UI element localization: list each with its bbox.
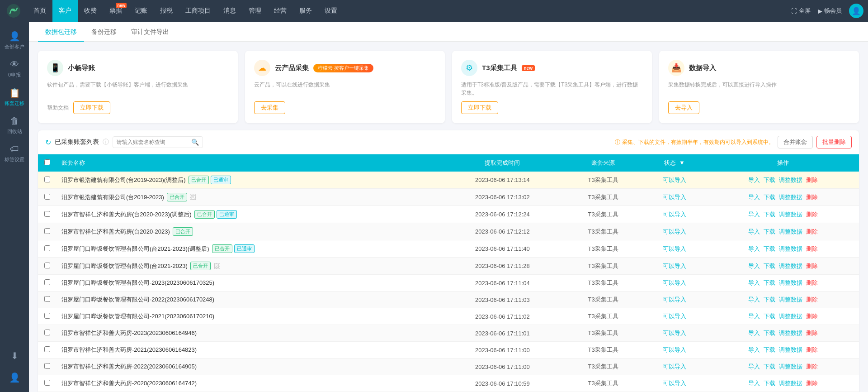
adjust-data-action[interactable]: 调整数据 [779,279,802,287]
delete-action[interactable]: 删除 [806,176,818,184]
import-action[interactable]: 导入 [748,176,760,184]
row-checkbox[interactable] [44,346,50,352]
import-action[interactable]: 导入 [748,363,760,371]
tab-backup-migrate[interactable]: 备份迁移 [84,24,124,42]
import-action[interactable]: 导入 [748,296,760,304]
member-button[interactable]: ▶ 畅会员 [818,7,842,15]
cloud-collect-button[interactable]: 去采集 [254,101,285,114]
nav-manage[interactable]: 管理 [242,0,268,22]
table-info-icon[interactable]: ⓘ [103,138,109,146]
adjust-data-action[interactable]: 调整数据 [779,176,802,184]
search-icon[interactable]: 🔍 [191,139,199,146]
import-action[interactable]: 导入 [748,329,760,337]
select-all-checkbox[interactable] [44,159,50,165]
row-checkbox[interactable] [44,279,50,285]
row-checkbox[interactable] [44,313,50,319]
adjust-data-action[interactable]: 调整数据 [779,312,802,320]
nav-operation[interactable]: 经营 [268,0,293,22]
download-action[interactable]: 下载 [764,363,775,371]
import-action[interactable]: 导入 [748,346,760,354]
app-logo[interactable] [5,2,23,20]
row-checkbox[interactable] [44,245,50,251]
download-action[interactable]: 下载 [764,228,775,236]
tab-data-migrate[interactable]: 数据包迁移 [38,24,84,42]
tab-audit-export[interactable]: 审计文件导出 [124,24,176,42]
adjust-data-action[interactable]: 调整数据 [779,228,802,236]
nav-tax[interactable]: 报税 [154,0,179,22]
sidebar-item-label-settings[interactable]: 🏷 标签设置 [0,139,29,167]
nav-message[interactable]: 消息 [217,0,242,22]
row-checkbox[interactable] [44,228,50,234]
adjust-data-action[interactable]: 调整数据 [779,346,802,354]
download-action[interactable]: 下载 [764,279,775,287]
delete-action[interactable]: 删除 [806,346,818,354]
download-action[interactable]: 下载 [764,193,775,201]
delete-action[interactable]: 删除 [806,379,818,387]
delete-action[interactable]: 删除 [806,210,818,219]
delete-action[interactable]: 删除 [806,262,818,270]
delete-action[interactable]: 删除 [806,363,818,371]
refresh-icon[interactable]: ↻ [45,138,51,147]
sidebar-item-account-migrate[interactable]: 📋 账套迁移 [0,83,29,111]
row-checkbox[interactable] [44,263,50,268]
delete-action[interactable]: 删除 [806,329,818,337]
adjust-data-action[interactable]: 调整数据 [779,193,802,201]
sidebar-item-zero-report[interactable]: 👁 0申报 [0,55,29,83]
sidebar-item-download[interactable]: ⬇ [0,346,29,366]
delete-action[interactable]: 删除 [806,296,818,304]
nav-fee[interactable]: 收费 [78,0,103,22]
nav-service[interactable]: 服务 [293,0,318,22]
row-checkbox[interactable] [44,296,50,302]
merge-account-button[interactable]: 合并账套 [778,136,813,148]
delete-action[interactable]: 删除 [806,193,818,201]
download-action[interactable]: 下载 [764,379,775,387]
t3-download-button[interactable]: 立即下载 [461,101,498,114]
import-action[interactable]: 导入 [748,312,760,320]
download-action[interactable]: 下载 [764,245,775,253]
import-action[interactable]: 导入 [748,210,760,219]
nav-home[interactable]: 首页 [27,0,52,22]
nav-settings[interactable]: 设置 [318,0,344,22]
search-input[interactable] [117,139,189,145]
nav-bizproject[interactable]: 工商项目 [179,0,217,22]
sidebar-item-user[interactable]: 👤 [0,368,29,387]
row-checkbox[interactable] [44,380,50,386]
adjust-data-action[interactable]: 调整数据 [779,262,802,270]
help-doc-link[interactable]: 帮助文档 [47,104,69,112]
adjust-data-action[interactable]: 调整数据 [779,329,802,337]
row-checkbox[interactable] [44,330,50,335]
import-action[interactable]: 导入 [748,193,760,201]
sidebar-item-recycle[interactable]: 🗑 回收站 [0,111,29,139]
download-action[interactable]: 下载 [764,329,775,337]
download-action[interactable]: 下载 [764,176,775,184]
delete-action[interactable]: 删除 [806,228,818,236]
batch-delete-button[interactable]: 批量删除 [816,136,852,148]
delete-action[interactable]: 删除 [806,245,818,253]
delete-action[interactable]: 删除 [806,312,818,320]
delete-action[interactable]: 删除 [806,279,818,287]
user-avatar[interactable]: 👤 [849,4,863,18]
download-action[interactable]: 下载 [764,210,775,219]
nav-accounting[interactable]: 记账 [128,0,154,22]
nav-invoice[interactable]: 票据 new [103,0,128,22]
import-action[interactable]: 导入 [748,279,760,287]
import-action[interactable]: 导入 [748,379,760,387]
adjust-data-action[interactable]: 调整数据 [779,363,802,371]
download-action[interactable]: 下载 [764,296,775,304]
nav-customer[interactable]: 客户 [52,0,78,22]
sidebar-item-all-customer[interactable]: 👤 全部客户 [0,26,29,55]
import-action[interactable]: 导入 [748,262,760,270]
adjust-data-action[interactable]: 调整数据 [779,296,802,304]
row-checkbox[interactable] [44,194,50,200]
import-action[interactable]: 导入 [748,228,760,236]
status-filter-icon[interactable]: ▼ [679,159,685,166]
go-import-button[interactable]: 去导入 [668,101,699,114]
row-checkbox[interactable] [44,363,50,369]
fullscreen-button[interactable]: ⛶ 全屏 [791,7,811,15]
xiaochang-download-button[interactable]: 立即下载 [73,101,110,114]
row-checkbox[interactable] [44,177,50,182]
adjust-data-action[interactable]: 调整数据 [779,210,802,219]
adjust-data-action[interactable]: 调整数据 [779,245,802,253]
adjust-data-action[interactable]: 调整数据 [779,379,802,387]
download-action[interactable]: 下载 [764,262,775,270]
